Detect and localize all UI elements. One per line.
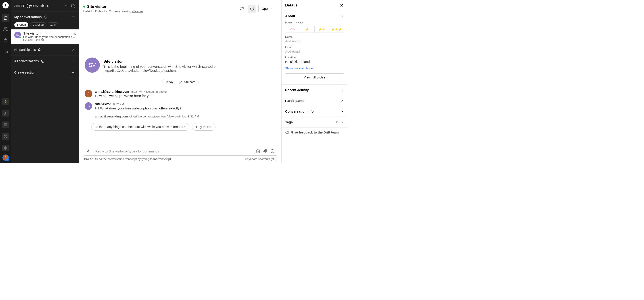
info-icon[interactable] (248, 5, 256, 13)
chat-title: Site visitor (87, 4, 106, 9)
chip-closed[interactable]: 0 Closed (30, 22, 46, 27)
svg-rect-11 (5, 126, 6, 126)
mark-cql-label: MARK AS CQL (285, 21, 344, 24)
pro-tip: Pro tip: Send the conversation transcrip… (84, 157, 171, 161)
no-participants-row[interactable]: No participants (11, 44, 79, 55)
nav-reports-icon[interactable] (2, 48, 10, 55)
cql-1[interactable]: ⚡ (300, 26, 315, 33)
chat-subtitle: Helsinki, Finland • Currently viewing si… (83, 9, 238, 13)
keyboard-shortcuts[interactable]: Keyboard shortcuts (⌘/) (245, 157, 276, 161)
details-title: Details (285, 3, 298, 7)
chip-all[interactable]: 1 All (48, 22, 58, 27)
section-more-icon[interactable] (62, 14, 68, 20)
nav-conversations-icon[interactable] (2, 14, 10, 22)
chevron-right-icon[interactable] (70, 58, 76, 64)
nav-settings-icon[interactable] (2, 145, 9, 151)
about-header[interactable]: About (285, 14, 344, 18)
nav-contacts-icon[interactable] (2, 25, 10, 33)
svg-rect-9 (6, 125, 7, 125)
cql-2[interactable]: ⚡⚡ (314, 26, 329, 33)
chip-open[interactable]: 1 Open (14, 22, 28, 27)
view-full-profile-button[interactable]: View full profile (285, 73, 344, 81)
tags-row[interactable]: Tags0 (282, 117, 348, 127)
svg-point-2 (5, 41, 5, 41)
close-icon[interactable] (340, 3, 344, 7)
svg-rect-12 (6, 126, 7, 126)
svg-rect-37 (256, 150, 260, 153)
svg-point-17 (66, 5, 67, 6)
cql-3[interactable]: ⚡⚡⚡ (329, 26, 344, 33)
message: SV Site visitor8:32 PM Hi! What does you… (85, 102, 276, 110)
system-message: anna.l@seranking.com joined the conversa… (95, 115, 276, 118)
svg-point-21 (64, 17, 64, 17)
cql-none[interactable] (285, 26, 300, 33)
megaphone-icon (285, 131, 289, 134)
conversation-sidebar: anna.l@serankin... My conversations 1 Op… (11, 0, 79, 163)
user-avatar[interactable]: A (2, 154, 9, 161)
svg-rect-6 (6, 124, 7, 124)
pill-site-link[interactable]: site.com (184, 80, 195, 84)
conversation-item[interactable]: SV Site visitor 8s Hi! What does your fr… (11, 29, 79, 44)
bell-icon (44, 15, 47, 19)
svg-point-23 (66, 17, 66, 17)
my-conversations-header[interactable]: My conversations (11, 11, 79, 22)
svg-point-0 (4, 28, 6, 29)
attachment-icon[interactable] (263, 149, 267, 153)
conv-name: Site visitor (23, 32, 40, 35)
name-field[interactable]: Add name (285, 39, 344, 43)
svg-point-40 (271, 150, 274, 153)
svg-point-30 (65, 61, 66, 61)
svg-rect-4 (4, 124, 5, 124)
conv-location: Helsinki, Finland (23, 38, 76, 42)
msg-time: 8:32 PM (131, 90, 142, 93)
svg-point-18 (68, 5, 68, 6)
nav-help-icon[interactable] (2, 133, 9, 140)
msg-text: Hi! What does your free subscription pla… (95, 106, 276, 110)
chevron-right-icon[interactable] (70, 47, 76, 53)
reply-input[interactable] (95, 149, 254, 153)
conversation-info-row[interactable]: Conversation info (282, 106, 348, 117)
email-field[interactable]: Add email (285, 49, 344, 53)
bolt-icon[interactable] (86, 149, 91, 153)
nav-bolt-icon[interactable] (2, 98, 9, 105)
open-status-button[interactable]: Open (258, 5, 277, 12)
conv-avatar: SV (14, 32, 21, 38)
all-conversations-row[interactable]: All conversations (11, 55, 79, 67)
conv-preview: Hi! What does your free subscription p..… (23, 35, 76, 38)
conv-start-link[interactable]: http://file:///Users/vladanhelov/Desktop… (104, 69, 176, 72)
svg-rect-10 (4, 126, 5, 126)
cql-selector: ⚡ ⚡⚡ ⚡⚡⚡ (285, 26, 344, 33)
create-section-row[interactable]: Create section (11, 67, 79, 78)
viewing-site-link[interactable]: site.com (132, 9, 143, 13)
svg-point-16 (65, 5, 66, 6)
chevron-down-icon[interactable] (70, 14, 76, 20)
calendar-icon[interactable] (256, 149, 260, 153)
svg-point-29 (64, 61, 64, 61)
feedback-row[interactable]: Give feedback to the Drift team (282, 127, 348, 137)
plus-icon[interactable] (70, 69, 76, 76)
nav-rocket-icon[interactable] (2, 110, 9, 117)
participants-row[interactable]: Participants1 (282, 95, 348, 106)
audit-log-link[interactable]: View audit log (168, 115, 186, 118)
recent-activity-row[interactable]: Recent activity (282, 84, 348, 95)
email-label: Email (285, 46, 344, 49)
nav-bot-icon[interactable] (2, 36, 10, 44)
suggestion-pill[interactable]: Is there anything I can help out with wh… (91, 123, 189, 131)
svg-point-3 (6, 41, 6, 41)
more-icon[interactable] (62, 47, 68, 53)
emoji-icon[interactable] (270, 149, 274, 153)
suggestion-pill[interactable]: Hey there! (192, 123, 216, 131)
msg-avatar: SV (85, 102, 92, 110)
more-icon[interactable] (62, 58, 68, 64)
drift-logo[interactable] (2, 2, 9, 8)
svg-rect-7 (4, 125, 5, 125)
sidebar-search-icon[interactable] (70, 3, 76, 9)
nav-apps-icon[interactable] (2, 122, 9, 128)
details-panel: Details About MARK AS CQL ⚡ ⚡⚡ ⚡⚡⚡ Name … (281, 0, 348, 163)
conv-start-name: Site visitor (104, 59, 276, 64)
svg-point-19 (72, 4, 74, 7)
composer[interactable] (84, 147, 277, 155)
sidebar-more-icon[interactable] (64, 3, 70, 9)
show-more-link[interactable]: Show more attributes (285, 67, 314, 70)
refresh-icon[interactable] (238, 5, 246, 13)
